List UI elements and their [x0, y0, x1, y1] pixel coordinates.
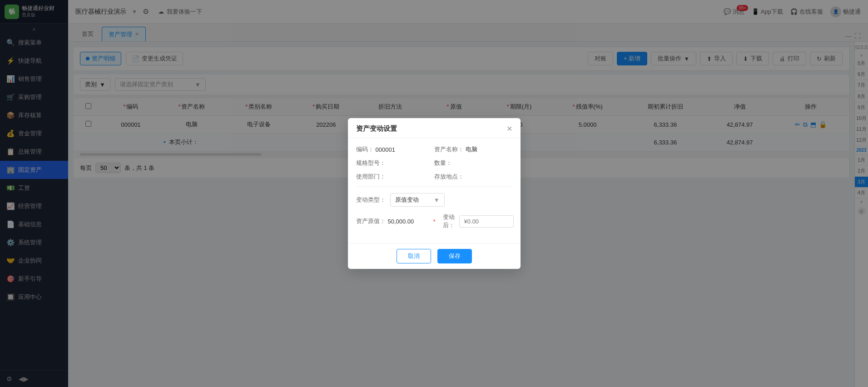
change-type-arrow: ▼ [434, 197, 440, 203]
asset-change-dialog: 资产变动设置 ✕ 编码： 000001 资产名称： 电脑 规格型号： [348, 118, 521, 269]
change-type-select[interactable]: 原值变动 ▼ [390, 193, 445, 207]
code-value: 000001 [376, 146, 395, 153]
dialog-close-btn[interactable]: ✕ [506, 124, 512, 133]
dialog-info-row-2: 规格型号： 数量： [356, 159, 512, 167]
change-type-value: 原值变动 [395, 196, 419, 204]
dialog-location-field: 存放地点： [434, 173, 512, 181]
dialog-header: 资产变动设置 ✕ [348, 118, 521, 138]
dialog-quantity-field: 数量： [434, 159, 512, 167]
dialog-footer: 取消 保存 [348, 243, 521, 269]
location-label: 存放地点： [434, 173, 464, 181]
asset-name-value: 电脑 [466, 145, 477, 154]
code-label: 编码： [356, 145, 374, 154]
after-label: 变动后： [443, 213, 455, 229]
change-type-label: 变动类型： [356, 196, 386, 204]
spec-label: 规格型号： [356, 159, 386, 167]
quantity-label: 数量： [434, 159, 452, 167]
dept-label: 使用部门： [356, 173, 386, 181]
original-value-display: 50,000.00 [388, 218, 429, 225]
after-value-input[interactable] [459, 215, 514, 228]
dialog-divider [356, 186, 512, 187]
dialog-info-row-3: 使用部门： 存放地点： [356, 173, 512, 181]
original-value-label: 资产原值： [356, 217, 383, 225]
change-type-row: 变动类型： 原值变动 ▼ [356, 193, 512, 207]
value-row: 资产原值： 50,000.00 * 变动后： [356, 213, 512, 229]
asset-name-label: 资产名称： [434, 145, 464, 154]
save-btn[interactable]: 保存 [437, 249, 472, 263]
required-star: * [433, 218, 436, 225]
dialog-title: 资产变动设置 [356, 124, 397, 133]
dialog-info-row-1: 编码： 000001 资产名称： 电脑 [356, 145, 512, 154]
dialog-name-field: 资产名称： 电脑 [434, 145, 512, 154]
cancel-btn[interactable]: 取消 [397, 249, 431, 263]
dialog-dept-field: 使用部门： [356, 173, 434, 181]
dialog-overlay[interactable]: 资产变动设置 ✕ 编码： 000001 资产名称： 电脑 规格型号： [0, 0, 868, 387]
dialog-spec-field: 规格型号： [356, 159, 434, 167]
dialog-body: 编码： 000001 资产名称： 电脑 规格型号： 数量： [348, 138, 521, 243]
dialog-code-field: 编码： 000001 [356, 145, 434, 154]
